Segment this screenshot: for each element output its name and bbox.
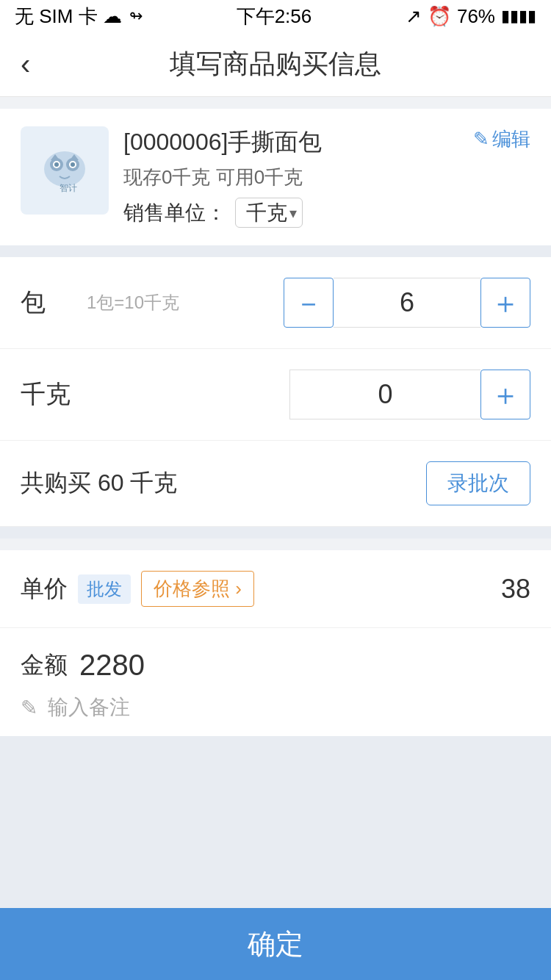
kg-label: 千克 bbox=[21, 378, 79, 411]
amount-section: 金额 2280 ✎ 输入备注 bbox=[0, 628, 551, 736]
kg-controls: ＋ bbox=[289, 370, 530, 419]
status-time: 下午2:56 bbox=[237, 4, 312, 29]
amount-value: 2280 bbox=[79, 649, 145, 682]
product-info: [0000006]手撕面包 ✎ 编辑 现存0千克 可用0千克 销售单位： 千克 … bbox=[123, 126, 530, 228]
svg-point-0 bbox=[44, 151, 85, 187]
price-value: 38 bbox=[501, 574, 530, 605]
nav-bar: ‹ 填写商品购买信息 bbox=[0, 32, 551, 97]
back-button[interactable]: ‹ bbox=[21, 48, 30, 81]
svg-point-6 bbox=[71, 162, 75, 167]
input-section: 包 1包=10千克 － ＋ 千克 ＋ 共购买 60 千克 录批次 bbox=[0, 257, 551, 527]
kg-input[interactable] bbox=[289, 370, 480, 419]
svg-text:智计: 智计 bbox=[60, 183, 77, 192]
price-ref-button[interactable]: 价格参照 › bbox=[141, 571, 254, 607]
total-row: 共购买 60 千克 录批次 bbox=[0, 441, 551, 527]
bao-input[interactable] bbox=[334, 278, 480, 328]
edit-button[interactable]: ✎ 编辑 bbox=[473, 126, 530, 152]
unit-select-wrap[interactable]: 千克 包 bbox=[235, 198, 303, 228]
amount-row: 金额 2280 bbox=[21, 649, 530, 682]
unit-label: 销售单位： bbox=[123, 199, 226, 227]
page-title: 填写商品购买信息 bbox=[170, 46, 381, 82]
remark-icon: ✎ bbox=[21, 696, 37, 720]
sim-label: 无 SIM 卡 ☁ bbox=[15, 4, 122, 29]
divider-2 bbox=[0, 527, 551, 538]
kg-plus-button[interactable]: ＋ bbox=[480, 370, 530, 419]
bao-input-row: 包 1包=10千克 － ＋ bbox=[0, 257, 551, 349]
product-thumbnail: 智计 bbox=[21, 126, 109, 215]
price-left: 单价 批发 价格参照 › bbox=[21, 571, 254, 607]
product-name: [0000006]手撕面包 bbox=[123, 126, 322, 159]
status-left: 无 SIM 卡 ☁ ↬ bbox=[15, 4, 143, 29]
location-icon: ↗ bbox=[406, 5, 422, 28]
bao-hint: 1包=10千克 bbox=[87, 291, 179, 314]
bao-label: 包 bbox=[21, 286, 79, 320]
alarm-icon: ⏰ bbox=[428, 5, 451, 28]
product-unit-row: 销售单位： 千克 包 bbox=[123, 198, 530, 228]
price-row: 单价 批发 价格参照 › 38 bbox=[21, 571, 530, 607]
remark-placeholder: 输入备注 bbox=[48, 693, 130, 721]
price-label: 单价 bbox=[21, 573, 68, 605]
svg-point-5 bbox=[54, 162, 59, 167]
status-right: ↗ ⏰ 76% ▮▮▮▮ bbox=[406, 5, 536, 28]
product-thumb-icon: 智计 bbox=[39, 141, 90, 201]
confirm-button[interactable]: 确定 bbox=[0, 908, 551, 980]
remark-row[interactable]: ✎ 输入备注 bbox=[21, 693, 530, 721]
edit-icon: ✎ bbox=[473, 128, 489, 151]
price-section: 单价 批发 价格参照 › 38 bbox=[0, 550, 551, 628]
bao-minus-button[interactable]: － bbox=[284, 278, 334, 328]
bao-controls: － ＋ bbox=[284, 278, 530, 328]
batch-button[interactable]: 录批次 bbox=[426, 461, 530, 505]
kg-input-row: 千克 ＋ bbox=[0, 349, 551, 441]
wifi-icon: ↬ bbox=[129, 7, 143, 26]
bao-plus-button[interactable]: ＋ bbox=[480, 278, 530, 328]
battery-icon: ▮▮▮▮ bbox=[501, 7, 536, 26]
divider-1 bbox=[0, 245, 551, 257]
price-tag: 批发 bbox=[78, 574, 131, 604]
battery-label: 76% bbox=[457, 5, 495, 28]
amount-label: 金额 bbox=[21, 649, 68, 682]
unit-select[interactable]: 千克 包 bbox=[235, 198, 303, 228]
product-stock: 现存0千克 可用0千克 bbox=[123, 165, 530, 190]
product-card: 智计 [0000006]手撕面包 ✎ 编辑 现存0千克 可用0千克 销售单位： … bbox=[0, 109, 551, 245]
status-bar: 无 SIM 卡 ☁ ↬ 下午2:56 ↗ ⏰ 76% ▮▮▮▮ bbox=[0, 0, 551, 32]
total-text: 共购买 60 千克 bbox=[21, 467, 177, 500]
